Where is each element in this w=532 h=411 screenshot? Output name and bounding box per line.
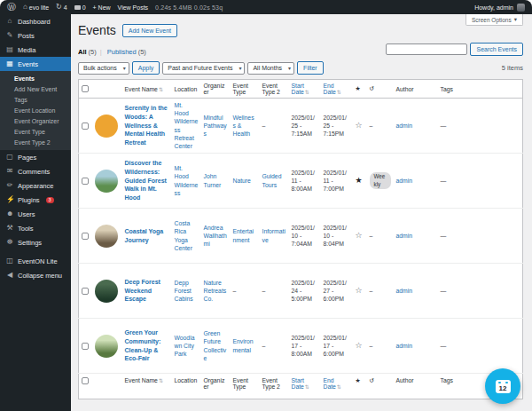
event-type-2-link[interactable]: Guided Tours	[262, 173, 282, 187]
start-date-value: 2025/01/24 - 5:00PM	[292, 280, 315, 302]
filter-button[interactable]: Filter	[297, 61, 324, 75]
select-all-checkbox[interactable]	[82, 85, 89, 92]
sidebar-item-collapse-menu[interactable]: ◀ Collapse menu	[0, 268, 71, 282]
sidebar-item-plugins[interactable]: ⚡ Plugins 3	[0, 193, 71, 207]
author-link[interactable]: admin	[396, 343, 413, 349]
sidebar-item-dashboard[interactable]: ⌂ Dashboard	[0, 14, 71, 28]
submenu-item-event-type-2[interactable]: Event Type 2	[0, 137, 71, 147]
apply-button[interactable]: Apply	[132, 61, 160, 75]
event-title-link[interactable]: Serenity in the Woods: A Wellness & Ment…	[125, 104, 169, 147]
submenu-item-add-new-event[interactable]: Add New Event	[0, 83, 71, 94]
performance-stats[interactable]: 0.24s 5.4MB 0.02s 53q	[155, 4, 223, 11]
author-link[interactable]: admin	[396, 288, 413, 294]
screen-options-tab[interactable]: Screen Options ▾	[466, 14, 523, 26]
sidebar-item-comments[interactable]: ✉ Comments	[0, 164, 71, 178]
row-checkbox[interactable]	[82, 123, 89, 130]
view-filter-all[interactable]: All (5)	[78, 48, 97, 56]
column-end-date[interactable]: End Date⇅	[321, 80, 353, 99]
event-type-link[interactable]: Entertainment	[233, 228, 254, 242]
organizer-link[interactable]: Andrea Wallhathmi	[204, 225, 227, 247]
sidebar-item-events[interactable]: ▦ Events	[0, 57, 71, 71]
column-end-date[interactable]: End Date⇅	[321, 374, 353, 399]
submenu-item-tags[interactable]: Tags	[0, 94, 71, 105]
organizer-link[interactable]: Green Future Collective	[204, 330, 227, 361]
row-checkbox[interactable]	[82, 343, 89, 350]
support-chat-button[interactable]: 12	[485, 368, 520, 404]
event-type-2-link[interactable]: Informative	[262, 228, 286, 242]
featured-star-toggle[interactable]: ☆	[356, 286, 363, 295]
featured-star-toggle[interactable]: ☆	[356, 121, 363, 130]
user-avatar[interactable]	[517, 4, 525, 12]
updates-menu[interactable]: ↻ 4	[56, 4, 67, 11]
site-name-menu[interactable]: ⌂ evo lite	[23, 4, 49, 11]
comments-menu[interactable]: 0	[74, 4, 86, 11]
organizer-link[interactable]: Mindful Pathways	[204, 115, 227, 137]
organizer-link[interactable]: Nature Retreats Co.	[204, 280, 227, 302]
sidebar-item-label: Dashboard	[18, 18, 51, 26]
howdy-account-menu[interactable]: Howdy, admin	[474, 4, 513, 11]
submenu-item-event-type[interactable]: Event Type	[0, 126, 71, 137]
event-type-link[interactable]: Wellness & Health	[233, 115, 254, 137]
featured-star-toggle[interactable]: ★	[356, 176, 363, 185]
search-events-button[interactable]: Search Events	[470, 43, 523, 56]
add-new-event-button[interactable]: Add New Event	[122, 24, 177, 37]
row-checkbox[interactable]	[82, 178, 89, 185]
sidebar-item-eventon-lite[interactable]: ◫ EventON Lite	[0, 254, 71, 268]
submenu-item-events[interactable]: Events	[0, 73, 71, 83]
row-checkbox[interactable]	[82, 288, 89, 295]
bulk-actions-select[interactable]: Bulk actions ▾	[78, 62, 129, 75]
sidebar-item-tools[interactable]: ⚒ Tools	[0, 221, 71, 235]
table-row: Discover the Wilderness: Guided Forest W…	[79, 154, 523, 209]
event-thumbnail[interactable]	[95, 225, 118, 248]
sidebar-item-posts[interactable]: ✎ Posts	[0, 28, 71, 43]
sidebar-item-appearance[interactable]: ✏ Appearance	[0, 178, 71, 193]
view-filter-published[interactable]: Published (5)	[97, 48, 146, 56]
row-checkbox[interactable]	[82, 233, 89, 240]
view-posts-link[interactable]: View Posts	[118, 4, 149, 11]
select-all-checkbox[interactable]	[82, 377, 89, 384]
sidebar-item-media[interactable]: ▤ Media	[0, 43, 71, 57]
submenu-item-event-organizer[interactable]: Event Organizer	[0, 115, 71, 126]
event-title-link[interactable]: Green Your Community: Clean-Up & Eco-Fai…	[125, 328, 169, 363]
event-title-link[interactable]: Deep Forest Weekend Escape	[125, 278, 169, 304]
event-thumbnail[interactable]	[95, 170, 118, 193]
sidebar-item-users[interactable]: ☻ Users	[0, 207, 71, 221]
featured-star-toggle[interactable]: ☆	[356, 341, 363, 350]
repeat-value: –	[370, 343, 373, 349]
column-start-date[interactable]: Start Date⇅	[289, 80, 321, 99]
months-filter-select[interactable]: All Months ▾	[247, 62, 294, 75]
event-title-link[interactable]: Coastal Yoga Journey	[125, 227, 169, 245]
featured-star-toggle[interactable]: ☆	[356, 231, 363, 240]
event-title-link[interactable]: Discover the Wilderness: Guided Forest W…	[125, 159, 169, 202]
column-author: Author	[394, 80, 438, 99]
location-link[interactable]: Mt. Hood Wilderness Retreat Center	[175, 102, 199, 149]
search-input[interactable]	[386, 43, 467, 55]
author-link[interactable]: admin	[396, 233, 413, 239]
wordpress-logo-icon[interactable]: Ⓦ	[7, 1, 16, 13]
column-event-name[interactable]: Event Name⇅	[122, 80, 172, 99]
location-link[interactable]: Woodlawn City Park	[175, 335, 195, 357]
column-location: Location	[172, 374, 201, 399]
event-thumbnail[interactable]	[95, 335, 118, 358]
column-event-name[interactable]: Event Name⇅	[122, 374, 172, 399]
sort-icon: ⇅	[305, 90, 309, 95]
event-thumbnail[interactable]	[95, 115, 118, 138]
author-link[interactable]: admin	[396, 178, 413, 184]
location-link[interactable]: Mt. Hood Wilderness	[175, 165, 199, 196]
location-link[interactable]: Depp Forest Cabins	[175, 280, 193, 302]
sidebar-item-settings[interactable]: ☸ Settings	[0, 235, 71, 249]
column-event-type: Event Type	[231, 80, 260, 99]
new-content-menu[interactable]: + New	[93, 4, 111, 11]
column-thumbnail	[92, 80, 122, 99]
event-type-link[interactable]: Environmental	[233, 338, 254, 352]
organizer-link[interactable]: John Turner	[204, 173, 222, 187]
location-link[interactable]: Costa Rica Yoga Center	[175, 220, 192, 251]
event-thumbnail[interactable]	[95, 280, 118, 303]
event-date-filter-select[interactable]: Past and Future Events ▾	[162, 62, 245, 75]
sidebar-item-pages[interactable]: ▢ Pages	[0, 150, 71, 164]
events-submenu: Events Add New Event Tags Event Location…	[0, 71, 71, 150]
author-link[interactable]: admin	[396, 123, 413, 129]
column-start-date[interactable]: Start Date⇅	[289, 374, 321, 399]
event-type-link[interactable]: Nature	[233, 178, 251, 184]
submenu-item-event-location[interactable]: Event Location	[0, 105, 71, 115]
